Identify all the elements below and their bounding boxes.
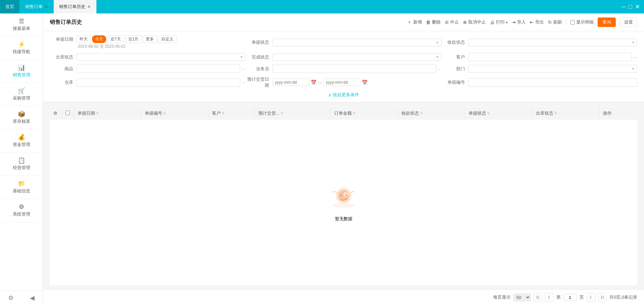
department-label: 部门 [441,66,468,72]
col-settings[interactable]: ⚙ [50,107,62,120]
stop-button[interactable]: ⊘ 中止 [445,19,459,25]
expected-date-label: 预计交货日期 [246,76,272,88]
date-btn-custom[interactable]: 自定义 [158,35,176,43]
filter-row-2: 出库状态 ▾ 完成状态 ▾ 客户 ··· [50,53,637,61]
sidebar-item-sys-mgmt[interactable]: ⚙ 系统管理 [0,199,43,222]
complete-status-select[interactable]: ▾ [272,53,441,61]
out-status-select[interactable]: ▾ [77,53,246,61]
out-status-label: 出库状态 [50,54,77,60]
page-label-post: 页 [579,294,584,300]
settings-button[interactable]: 设置 [620,17,637,27]
tab-home[interactable]: 首页 [0,0,20,13]
col-customer[interactable]: 客户 ⇅ [209,107,255,120]
delete-button[interactable]: 🗑 删除 [426,19,441,25]
last-page-button[interactable]: ⟩⟩ [598,293,607,302]
tab-sales-history[interactable]: 销售订单历史 ✕ [54,0,96,13]
department-select[interactable]: ▾ [468,65,637,73]
calendar-end-icon[interactable]: 📅 [362,80,368,85]
empty-illustration [327,184,360,211]
sidebar-item-inventory[interactable]: 📦 库存核算 [0,106,43,129]
page-number-input[interactable] [563,294,577,301]
warehouse-input[interactable] [77,78,240,87]
col-amount-label: 订单金额 [334,110,352,116]
customer-input[interactable] [468,53,632,61]
date-dash: — [318,80,322,85]
next-page-button[interactable]: ⟩ [587,293,595,302]
sidebar-item-basic-info-label: 基础信息 [13,188,30,194]
sidebar-settings-icon[interactable]: ⚙ [8,294,13,302]
expected-date-end[interactable] [324,79,360,86]
close-button[interactable]: ✕ [635,4,640,10]
col-expected-date[interactable]: 预计交货... ⇅ [255,107,331,120]
date-btn-more[interactable]: 更多 [143,35,157,43]
calendar-start-icon[interactable]: 📅 [311,80,316,85]
maximize-button[interactable]: □ [629,4,632,10]
col-out-status[interactable]: 出库状态 ⇅ [532,107,600,120]
import-button[interactable]: ⇥ 导入 [512,19,526,25]
display-cols-checkbox[interactable]: 显示明细 [570,19,594,25]
svg-point-5 [345,194,347,196]
tab-sales-order-close[interactable]: ✕ [45,4,48,9]
minimize-button[interactable]: ─ [621,4,626,10]
page-size-select[interactable]: 10 20 50 100 [513,294,531,301]
sidebar-item-finance[interactable]: 💰 资金管理 [0,129,43,153]
prev-page-button[interactable]: ⟨ [545,293,554,302]
sidebar-item-search-menu-label: 搜索菜单 [13,26,30,32]
col-amount[interactable]: 订单金额 ⇅ [331,107,398,120]
warehouse-ellipsis[interactable]: ··· [242,80,246,85]
sidebar-collapse-icon[interactable]: ◀ [30,294,35,302]
collapse-label: 收起更多条件 [333,92,359,98]
salesperson-input[interactable] [272,65,436,73]
quick-nav-icon: ⚡ [18,41,25,47]
toolbar: ＋ 新增 🗑 删除 ⊘ 中止 ⊗ 取消中止 🖨 打印 [407,17,637,27]
expected-date-group: 📅 — 📅 [272,79,368,86]
first-page-button[interactable]: ⟨⟨ [533,293,542,302]
col-payment-status[interactable]: 收款状态 ⇅ [398,107,465,120]
col-number[interactable]: 单据编号 ⇅ [141,107,209,120]
tab-home-label: 首页 [5,4,14,10]
sidebar-item-basic-info[interactable]: 📁 基础信息 [0,176,43,199]
date-btn-7days[interactable]: 近7天 [108,35,124,43]
finance-icon: 💰 [18,134,25,140]
sidebar-item-quick-nav[interactable]: ⚡ 快捷导航 [0,37,43,60]
tab-sales-history-close[interactable]: ✕ [87,4,91,9]
cancel-stop-button[interactable]: ⊗ 取消中止 [463,19,486,25]
order-status-select[interactable]: ▾ [272,39,441,46]
doc-number-input[interactable] [468,78,637,87]
collapse-row[interactable]: ∧ 收起更多条件 [50,92,637,98]
col-number-sort: ⇅ [163,111,166,115]
date-btn-yesterday[interactable]: 昨天 [77,35,91,43]
date-btn-today[interactable]: 今天 [92,35,106,43]
export-button[interactable]: ⇤ 导出 [530,19,544,25]
doc-number-label: 单据编号 [441,79,468,85]
query-button[interactable]: 查询 [598,17,616,27]
display-cols-input[interactable] [570,20,575,25]
sidebar-bottom: ⚙ ◀ [0,291,43,305]
payment-status-select[interactable]: ▾ [468,39,637,46]
customer-ellipsis[interactable]: ··· [633,54,637,60]
cancel-stop-icon: ⊗ [463,20,467,25]
product-input[interactable] [77,65,240,73]
sidebar-item-sales[interactable]: 📊 销售管理 [0,60,43,83]
inventory-icon: 📦 [18,111,25,117]
new-button[interactable]: ＋ 新增 [407,19,422,25]
product-ellipsis[interactable]: ··· [242,66,246,72]
table-header: ⚙ 单据日期 ⇅ 单据编号 [50,107,637,120]
col-checkbox[interactable] [62,107,74,120]
stop-icon: ⊘ [445,20,449,25]
select-all-checkbox[interactable] [66,111,70,115]
table-header-row: ⚙ 单据日期 ⇅ 单据编号 [50,107,637,120]
refresh-button[interactable]: ↻ 刷新 [548,19,562,25]
sidebar-item-search-menu[interactable]: ☰ 搜索菜单 [0,13,43,37]
sidebar-item-business[interactable]: 📋 经营管理 [0,153,43,176]
order-status-arrow: ▾ [436,40,438,45]
sidebar-item-purchase[interactable]: 🛒 采购管理 [0,83,43,106]
data-table: ⚙ 单据日期 ⇅ 单据编号 [50,106,637,120]
col-order-status[interactable]: 单据状态 ⇅ [465,107,532,120]
tab-sales-order[interactable]: 销售订单 ✕ [20,0,54,13]
col-date[interactable]: 单据日期 ⇅ [74,107,141,120]
expected-date-start[interactable] [272,79,309,86]
print-button[interactable]: 🖨 打印 ▾ [490,19,508,25]
date-btn-1month[interactable]: 近1月 [125,35,142,43]
salesperson-ellipsis[interactable]: ··· [437,66,441,72]
